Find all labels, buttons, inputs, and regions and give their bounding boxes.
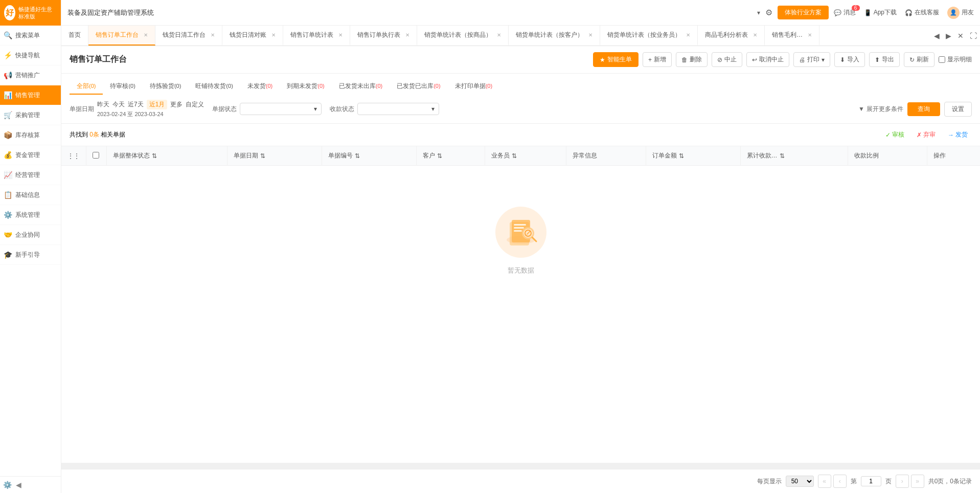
tab-6[interactable]: 销货单统计表（按商品）✕ [417,26,509,46]
collected-sort-icon[interactable]: ⇅ [780,152,785,160]
collapse-icon[interactable]: ◀ [16,481,21,489]
sidebar-item-quick-nav[interactable]: ⚡快捷导航 [0,46,61,65]
add-btn[interactable]: + 新增 [643,52,672,67]
filter-tab-2[interactable]: 待拣验货(0) [143,79,188,95]
detail-checkbox[interactable] [939,56,945,63]
tab-2[interactable]: 钱货日清工作台✕ [155,26,222,46]
filter-tab-1[interactable]: 待审核(0) [103,79,142,95]
horizontal-scrollbar[interactable] [61,463,980,469]
delete-btn[interactable]: 🗑 删除 [676,52,708,67]
sidebar-item-system[interactable]: ⚙️系统管理 [0,205,61,225]
topbar: 装备及固定资产辅助管理系统 ▾ ⚙ 体验行业方案 💬 消息 6 📱 App下载 … [61,0,980,26]
col-action: 操作 [927,146,980,166]
sidebar-item-enterprise[interactable]: 🤝企业协同 [0,225,61,245]
sidebar-item-finance[interactable]: 💰资金管理 [0,145,61,165]
app-download-btn[interactable]: 📱 App下载 [864,8,897,17]
sort-icon[interactable]: ⇅ [152,152,157,160]
sidebar-item-purchase[interactable]: 🛒采购管理 [0,105,61,125]
tab-9[interactable]: 商品毛利分析表✕ [698,26,765,46]
filter-setting-btn[interactable]: 设置 [944,102,972,117]
page-first-btn[interactable]: « [818,475,831,488]
tab-close-1[interactable]: ✕ [144,32,148,38]
tab-close-6[interactable]: ✕ [497,32,501,38]
settings-gear-icon[interactable]: ⚙️ [3,481,12,489]
select-all-checkbox[interactable] [93,152,99,159]
tab-7[interactable]: 销货单统计表（按客户）✕ [509,26,600,46]
customer-sort-icon[interactable]: ⇅ [437,152,442,160]
tab-close-10[interactable]: ✕ [808,32,812,38]
filter-tab-7[interactable]: 已发货已出库(0) [390,79,447,95]
tab-3[interactable]: 钱货日清对账✕ [222,26,283,46]
filter-tab-0[interactable]: 全部(0) [70,79,103,95]
online-service-btn[interactable]: 🎧 在线客服 [905,8,939,17]
ship-btn[interactable]: → 发货 [944,129,972,141]
date-link-custom[interactable]: 自定义 [186,100,204,109]
stop-btn[interactable]: ⊘ 中止 [712,52,742,67]
filter-tab-4[interactable]: 未发货(0) [240,79,280,95]
sidebar-item-search[interactable]: 🔍搜索菜单 [0,26,61,46]
tab-nav-next-btn[interactable]: ▶ [943,32,954,40]
message-btn[interactable]: 💬 消息 6 [834,8,856,17]
tab-close-2[interactable]: ✕ [211,32,215,38]
payment-select[interactable]: ▾ [357,103,439,115]
query-btn[interactable]: 查询 [907,102,940,116]
topbar-settings-icon[interactable]: ⚙ [765,8,772,17]
reject-btn[interactable]: ✗ 弃审 [913,129,940,141]
cancel-stop-btn[interactable]: ↩ 取消中止 [746,52,789,67]
tab-close-5[interactable]: ✕ [405,32,409,38]
status-select[interactable]: ▾ [240,103,322,115]
sidebar-item-base-info[interactable]: 📋基础信息 [0,185,61,205]
number-sort-icon[interactable]: ⇅ [355,152,360,160]
approve-btn[interactable]: ✓ 审核 [881,129,908,141]
print-btn[interactable]: 🖨 打印 ▾ [793,52,830,67]
refresh-btn[interactable]: ↻ 刷新 [904,52,935,67]
ai-create-btn[interactable]: ★ 智能生单 [593,52,639,67]
tab-4[interactable]: 销售订单统计表✕ [283,26,350,46]
export-btn[interactable]: ⬆ 导出 [869,52,900,67]
tab-10[interactable]: 销售毛利…✕ [765,26,819,46]
tab-close-7[interactable]: ✕ [588,32,592,38]
page-last-btn[interactable]: » [911,475,924,488]
date-link-7days[interactable]: 近7天 [128,100,144,109]
expand-more-btn[interactable]: ▼ 展开更多条件 [858,105,903,114]
tab-1[interactable]: 销售订单工作台✕ [88,26,155,46]
tab-close-3[interactable]: ✕ [271,32,276,38]
tab-close-4[interactable]: ✕ [338,32,343,38]
page-size-select[interactable]: 10 20 50 100 [786,476,814,487]
date-link-yesterday[interactable]: 昨天 [97,100,109,109]
industry-btn[interactable]: 体验行业方案 [778,6,829,19]
date-sort-icon[interactable]: ⇅ [260,152,265,160]
date-link-1month[interactable]: 近1月 [147,100,168,109]
sidebar-item-inventory[interactable]: 📦库存核算 [0,125,61,145]
tab-0[interactable]: 首页 [61,26,88,46]
sidebar-item-marketing[interactable]: 📢营销推广 [0,65,61,85]
amount-sort-icon[interactable]: ⇅ [679,152,684,160]
user-btn[interactable]: 👤 用友 [947,7,974,19]
topbar-dropdown-icon[interactable]: ▾ [757,9,760,16]
tab-nav-prev-btn[interactable]: ◀ [931,32,943,40]
filter-tab-6[interactable]: 已发货未出库(0) [332,79,390,95]
tab-5[interactable]: 销售订单执行表✕ [350,26,417,46]
date-link-more[interactable]: 更多 [170,100,183,109]
page-next-btn[interactable]: › [896,475,909,488]
date-link-today[interactable]: 今天 [112,100,125,109]
col-date: 单据日期 ⇅ [227,146,322,166]
tab-close-9[interactable]: ✕ [753,32,757,38]
import-btn[interactable]: ⬇ 导入 [834,52,865,67]
filter-tab-8[interactable]: 未打印单据(0) [448,79,499,95]
online-service-label: 在线客服 [915,8,939,17]
close-all-tabs-icon[interactable]: ✕ [954,32,967,40]
page-input[interactable] [861,476,881,486]
filter-tab-3[interactable]: 旺铺待发货(0) [188,79,240,95]
filter-tab-5[interactable]: 到期未发货(0) [280,79,331,95]
page-prev-btn[interactable]: ‹ [833,475,847,488]
sidebar-item-operation[interactable]: 📈经营管理 [0,165,61,185]
tab-8[interactable]: 销货单统计表（按业务员）✕ [600,26,698,46]
salesman-sort-icon[interactable]: ⇅ [512,152,517,160]
tab-close-8[interactable]: ✕ [686,32,690,38]
sidebar-item-sales[interactable]: 📊销售管理 [0,85,61,105]
detail-toggle[interactable]: 显示明细 [939,55,972,64]
sidebar-item-tutorial[interactable]: 🎓新手引导 [0,245,61,265]
maximize-icon[interactable]: ⛶ [967,32,980,40]
tutorial-icon: 🎓 [3,250,12,259]
